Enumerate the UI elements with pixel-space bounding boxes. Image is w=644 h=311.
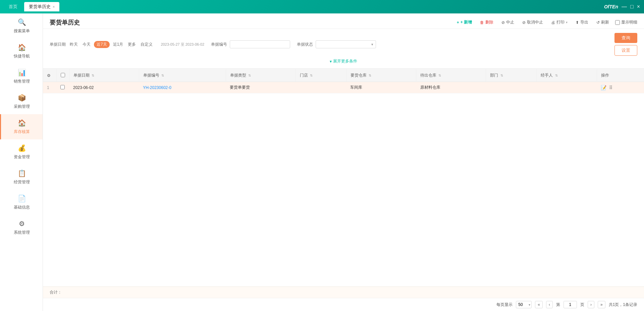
show-detail-button[interactable]: 显示明细	[615, 19, 637, 25]
new-button[interactable]: + + 新增	[455, 18, 474, 27]
th-warehouse[interactable]: 要货仓库 ⇅	[346, 69, 416, 82]
th-store[interactable]: 门店 ⇅	[296, 69, 346, 82]
shortcut-yesterday[interactable]: 昨天	[68, 41, 79, 48]
finance-icon: 💰	[18, 144, 26, 152]
delete-button[interactable]: 🗑 删除	[478, 18, 495, 27]
docno-link[interactable]: YH-20230602-0	[143, 85, 171, 90]
basic-info-icon: 📄	[18, 194, 26, 203]
shortcut-7days[interactable]: 近7天	[94, 41, 110, 48]
sort-warehouse-icon: ⇅	[369, 74, 371, 77]
shortcut-custom[interactable]: 自定义	[139, 41, 154, 48]
date-shortcuts: 昨天 今天 近7天 近1月 更多 自定义	[68, 41, 154, 48]
toolbar: + + 新增 🗑 删除 ⊘ 中止 ⊘ 取消中止 🖨 打印	[455, 18, 637, 27]
th-action: 操作	[597, 69, 644, 82]
td-date: 2023-06-02	[69, 82, 139, 93]
print-button[interactable]: 🖨 打印 ▾	[549, 18, 570, 27]
th-date[interactable]: 单据日期 ⇅	[69, 69, 139, 82]
tab-active[interactable]: 要货单历史 ×	[24, 2, 59, 11]
show-detail-checkbox[interactable]	[615, 20, 620, 25]
minimize-icon[interactable]: —	[622, 4, 627, 10]
window-close-icon[interactable]: ×	[637, 4, 640, 10]
expand-label: 展开更多条件	[333, 58, 357, 64]
action-icons: 📝 ⠿	[601, 85, 640, 90]
refresh-label: 刷新	[601, 19, 609, 25]
th-date-label: 单据日期	[73, 73, 90, 78]
new-label: + 新增	[461, 19, 472, 25]
th-action-label: 操作	[601, 73, 609, 78]
stop-label: 中止	[506, 19, 514, 25]
tab-home[interactable]: 首页	[4, 2, 22, 11]
td-checkbox[interactable]	[56, 82, 69, 93]
sort-doctype-icon: ⇅	[248, 74, 251, 77]
refresh-button[interactable]: ↺ 刷新	[594, 18, 611, 27]
sidebar-item-label-search: 搜索菜单	[14, 28, 30, 34]
expand-more-button[interactable]: ▾ 展开更多条件	[50, 58, 637, 64]
sidebar-item-label-system: 系统管理	[14, 230, 30, 235]
table-wrapper: ⚙ 单据日期 ⇅ 单据编号 ⇅	[43, 69, 644, 286]
more-icon[interactable]: ⠿	[609, 85, 612, 90]
settings-button[interactable]: 设置	[614, 45, 637, 56]
query-button[interactable]: 查询	[614, 33, 637, 43]
cancel-stop-button[interactable]: ⊘ 取消中止	[520, 18, 545, 27]
cancel-stop-icon: ⊘	[522, 20, 526, 25]
export-button[interactable]: ⬆ 导出	[574, 18, 590, 27]
maximize-icon[interactable]: □	[630, 4, 634, 10]
th-settings[interactable]: ⚙	[43, 69, 56, 82]
th-handler[interactable]: 经手人 ⇅	[537, 69, 597, 82]
th-dept[interactable]: 部门 ⇅	[486, 69, 537, 82]
shortcut-more[interactable]: 更多	[126, 41, 137, 48]
sidebar-item-basic-info[interactable]: 📄 基础信息	[0, 190, 43, 215]
sort-store-icon: ⇅	[310, 74, 313, 77]
date-label: 单据日期	[50, 42, 66, 47]
sidebar-item-system[interactable]: ⚙ 系统管理	[0, 215, 43, 240]
home-tab-label: 首页	[9, 4, 17, 10]
td-pending-warehouse: 原材料仓库	[416, 82, 486, 93]
expand-icon: ▾	[330, 59, 332, 64]
th-docno[interactable]: 单据编号 ⇅	[139, 69, 226, 82]
close-tab-icon[interactable]: ×	[53, 5, 55, 9]
purchase-icon: 📦	[18, 94, 26, 102]
last-page-button[interactable]: »	[598, 301, 605, 308]
status-filter: 单据状态 草稿 已审批	[297, 40, 376, 48]
page-title: 要货单历史	[50, 18, 80, 27]
sidebar-item-label-basic: 基础信息	[14, 205, 30, 210]
td-store	[296, 82, 346, 93]
stop-button[interactable]: ⊘ 中止	[499, 18, 516, 27]
table-footer: 合计：	[43, 286, 644, 298]
th-doctype[interactable]: 单据类型 ⇅	[226, 69, 296, 82]
per-page-wrapper: 10 20 50 100	[516, 301, 532, 308]
sidebar-item-operations[interactable]: 📋 经营管理	[0, 165, 43, 190]
docnum-input[interactable]	[230, 40, 290, 48]
th-checkbox[interactable]	[56, 69, 69, 82]
sidebar-item-inventory[interactable]: 🏠 库存核算	[0, 114, 43, 139]
shortcut-today[interactable]: 今天	[81, 41, 92, 48]
docnum-filter: 单据编号	[211, 40, 290, 48]
inventory-icon: 🏠	[18, 119, 26, 127]
row-checkbox[interactable]	[60, 85, 65, 89]
search-menu-icon: 🔍	[18, 18, 26, 26]
delete-label: 删除	[485, 19, 493, 25]
layout: 🔍 搜索菜单 🏠 快捷导航 📊 销售管理 📦 采购管理 🏠 库存核算 💰 资金管…	[0, 13, 644, 311]
date-range-display: 2023-05-27 至 2023-06-02	[161, 42, 204, 47]
select-all-checkbox[interactable]	[61, 73, 65, 77]
prev-page-button[interactable]: ‹	[546, 301, 553, 308]
th-doctype-label: 单据类型	[230, 73, 246, 78]
sidebar: 🔍 搜索菜单 🏠 快捷导航 📊 销售管理 📦 采购管理 🏠 库存核算 💰 资金管…	[0, 13, 43, 311]
per-page-select[interactable]: 10 20 50 100	[516, 301, 532, 308]
edit-icon[interactable]: 📝	[601, 85, 606, 90]
sidebar-item-sales[interactable]: 📊 销售管理	[0, 64, 43, 89]
settings-gear-icon[interactable]: ⚙	[47, 73, 51, 78]
sidebar-item-finance[interactable]: 💰 资金管理	[0, 139, 43, 165]
next-page-button[interactable]: ›	[588, 301, 594, 308]
page-label-unit: 页	[580, 302, 584, 308]
page-input[interactable]	[564, 301, 577, 308]
status-select[interactable]: 草稿 已审批	[316, 40, 376, 48]
th-handler-label: 经手人	[541, 73, 553, 78]
th-pending-warehouse[interactable]: 待出仓库 ⇅	[416, 69, 486, 82]
sort-handler-icon: ⇅	[555, 74, 558, 77]
shortcut-1month[interactable]: 近1月	[112, 41, 125, 48]
first-page-button[interactable]: «	[535, 301, 543, 308]
sidebar-item-quick-nav[interactable]: 🏠 快捷导航	[0, 39, 43, 64]
sidebar-item-purchase[interactable]: 📦 采购管理	[0, 89, 43, 114]
sidebar-item-search-menu[interactable]: 🔍 搜索菜单	[0, 13, 43, 39]
